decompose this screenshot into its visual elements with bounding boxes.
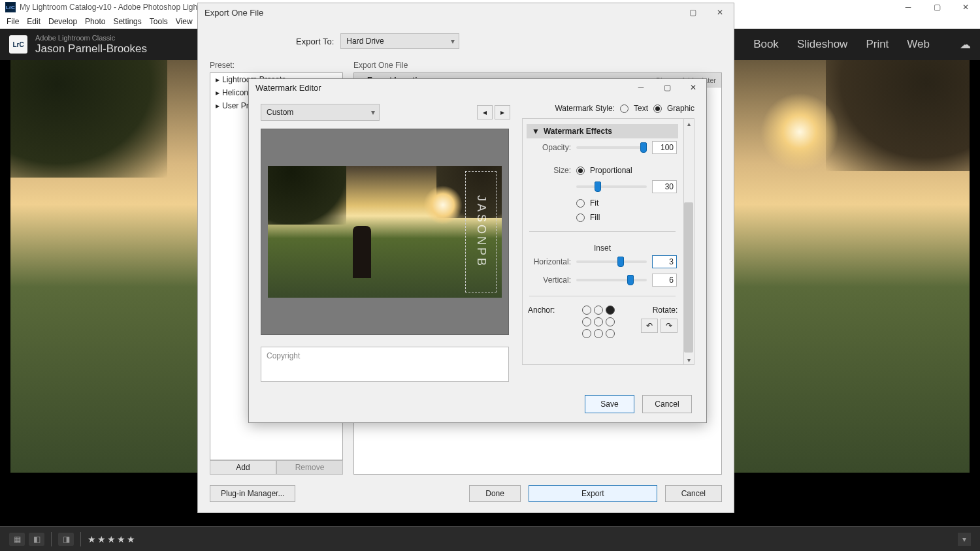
size-fit-label: Fit bbox=[590, 198, 598, 208]
preset-remove-button[interactable]: Remove bbox=[276, 460, 343, 475]
export-cancel-button[interactable]: Cancel bbox=[665, 485, 722, 502]
horizontal-value[interactable]: 3 bbox=[652, 255, 677, 268]
export-maximize-icon[interactable]: ▢ bbox=[679, 3, 706, 22]
survey-view-icon[interactable]: ◨ bbox=[58, 533, 74, 546]
menu-tools[interactable]: Tools bbox=[146, 16, 172, 27]
horizontal-slider[interactable] bbox=[576, 260, 647, 263]
anchor-bc[interactable] bbox=[594, 329, 603, 338]
tab-print[interactable]: Print bbox=[866, 38, 889, 51]
we-maximize-icon[interactable]: ▢ bbox=[654, 79, 680, 96]
opacity-value[interactable]: 100 bbox=[652, 141, 677, 154]
export-to-label: Export To: bbox=[296, 37, 334, 46]
we-close-icon[interactable]: ✕ bbox=[680, 79, 706, 96]
menu-file[interactable]: File bbox=[3, 16, 23, 27]
we-minimize-icon[interactable]: ─ bbox=[628, 79, 654, 96]
style-graphic-radio[interactable] bbox=[653, 104, 662, 113]
watermark-style-label: Watermark Style: bbox=[555, 104, 615, 113]
maximize-icon[interactable]: ▢ bbox=[923, 0, 951, 14]
rotate-ccw-button[interactable]: ↶ bbox=[641, 319, 658, 333]
vertical-slider[interactable] bbox=[576, 279, 647, 281]
opacity-slider[interactable] bbox=[576, 146, 647, 149]
toolbar-menu-icon[interactable]: ▾ bbox=[958, 533, 971, 546]
export-close-icon[interactable]: ✕ bbox=[706, 3, 734, 22]
anchor-bl[interactable] bbox=[582, 329, 591, 338]
size-slider[interactable] bbox=[576, 185, 647, 188]
tab-web[interactable]: Web bbox=[907, 38, 930, 51]
menu-settings[interactable]: Settings bbox=[109, 16, 145, 27]
tab-book[interactable]: Book bbox=[753, 38, 779, 51]
cloud-sync-icon[interactable]: ☁ bbox=[960, 38, 971, 52]
lrc-badge: LrC bbox=[9, 35, 27, 54]
watermark-effects-header[interactable]: ▼ Watermark Effects bbox=[527, 124, 678, 138]
watermark-editor-dialog: Watermark Editor ─ ▢ ✕ Custom ◂ ▸ JASONP… bbox=[248, 78, 707, 423]
opacity-label: Opacity: bbox=[528, 143, 571, 152]
anchor-label: Anchor: bbox=[528, 306, 555, 315]
watermark-cancel-button[interactable]: Cancel bbox=[642, 395, 692, 413]
scroll-down-icon[interactable]: ▾ bbox=[684, 355, 693, 364]
vertical-label: Vertical: bbox=[528, 276, 571, 285]
vertical-value[interactable]: 6 bbox=[652, 274, 677, 287]
size-proportional-label: Proportional bbox=[590, 166, 632, 175]
size-fill-radio[interactable] bbox=[576, 213, 585, 222]
menu-view[interactable]: View bbox=[172, 16, 197, 27]
watermark-save-button[interactable]: Save bbox=[585, 395, 634, 413]
export-to-select[interactable]: Hard Drive bbox=[340, 33, 459, 49]
rating-stars[interactable]: ★★★★★ bbox=[88, 534, 137, 544]
style-text-label: Text bbox=[634, 104, 648, 113]
watermark-preview: JASONPB bbox=[261, 129, 509, 335]
horizontal-label: Horizontal: bbox=[528, 257, 571, 266]
rotate-cw-button[interactable]: ↷ bbox=[661, 319, 678, 333]
grid-view-icon[interactable]: ▦ bbox=[9, 533, 25, 546]
size-value[interactable]: 30 bbox=[652, 180, 677, 193]
watermark-overlay: JASONPB bbox=[465, 171, 497, 292]
plugin-manager-button[interactable]: Plug-in Manager... bbox=[210, 485, 295, 502]
size-label: Size: bbox=[528, 166, 571, 175]
size-proportional-radio[interactable] bbox=[576, 166, 585, 175]
menu-photo[interactable]: Photo bbox=[81, 16, 109, 27]
anchor-br[interactable] bbox=[606, 329, 615, 338]
done-button[interactable]: Done bbox=[469, 485, 521, 502]
effects-scrollbar[interactable]: ▴ ▾ bbox=[683, 119, 694, 364]
scroll-up-icon[interactable]: ▴ bbox=[684, 119, 693, 128]
catalog-owner: Jason Parnell-Brookes bbox=[35, 42, 147, 55]
menu-edit[interactable]: Edit bbox=[23, 16, 44, 27]
style-graphic-label: Graphic bbox=[667, 104, 694, 113]
filmstrip-toolbar: ▦ ◧ ◨ ★★★★★ ▾ bbox=[0, 526, 980, 551]
window-title: My Lightroom Catalog-v10 - Adobe Photosh… bbox=[20, 3, 211, 12]
style-text-radio[interactable] bbox=[620, 104, 629, 113]
rotate-label: Rotate: bbox=[653, 306, 678, 315]
preset-label: Preset: bbox=[210, 61, 343, 70]
anchor-ml[interactable] bbox=[582, 317, 591, 326]
next-image-button[interactable]: ▸ bbox=[495, 105, 510, 119]
size-fit-radio[interactable] bbox=[576, 199, 585, 208]
watermark-preset-select[interactable]: Custom bbox=[261, 104, 380, 121]
product-name: Adobe Lightroom Classic bbox=[35, 34, 147, 42]
angle-value[interactable]: – 90 bbox=[652, 118, 677, 119]
compare-view-icon[interactable]: ◧ bbox=[29, 533, 44, 546]
export-button[interactable]: Export bbox=[529, 485, 657, 502]
anchor-mr[interactable] bbox=[606, 317, 615, 326]
anchor-mc[interactable] bbox=[594, 317, 603, 326]
menu-develop[interactable]: Develop bbox=[44, 16, 81, 27]
inset-label: Inset bbox=[527, 238, 678, 253]
prev-image-button[interactable]: ◂ bbox=[477, 105, 493, 119]
app-icon: LrC bbox=[5, 2, 16, 12]
minimize-icon[interactable]: ─ bbox=[894, 0, 923, 14]
tab-slideshow[interactable]: Slideshow bbox=[797, 38, 848, 51]
anchor-grid[interactable] bbox=[582, 306, 616, 339]
export-minimize-icon[interactable] bbox=[651, 3, 679, 22]
close-icon[interactable]: ✕ bbox=[951, 0, 980, 14]
anchor-tc[interactable] bbox=[594, 306, 603, 315]
settings-label: Export One File bbox=[353, 61, 722, 70]
anchor-tl[interactable] bbox=[582, 306, 591, 315]
anchor-tr[interactable] bbox=[606, 306, 615, 315]
copyright-input[interactable]: Copyright bbox=[261, 347, 509, 382]
size-fill-label: Fill bbox=[590, 213, 600, 222]
preset-add-button[interactable]: Add bbox=[210, 460, 276, 475]
